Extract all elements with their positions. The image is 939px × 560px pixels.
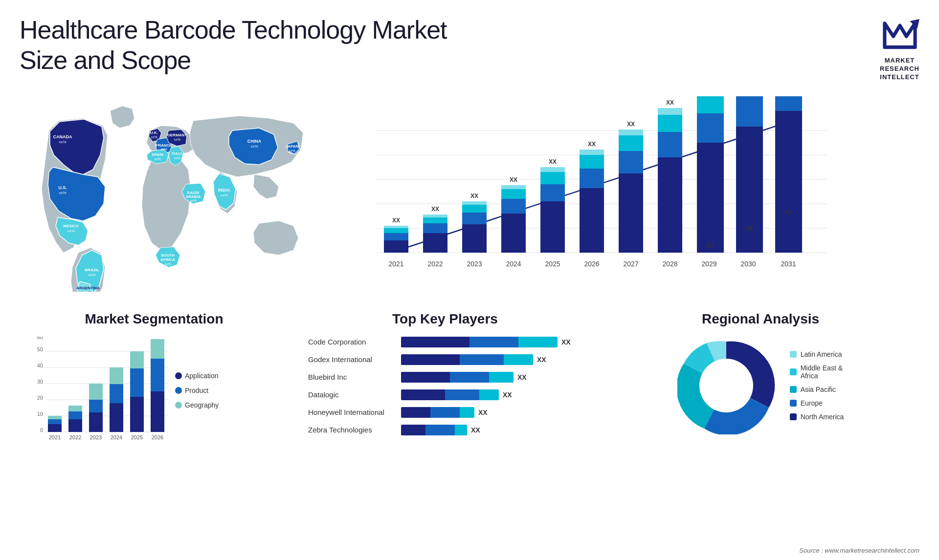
svg-rect-134 <box>151 339 164 359</box>
svg-text:ITALY: ITALY <box>172 151 182 156</box>
svg-rect-130 <box>130 368 144 397</box>
svg-text:MEXICO: MEXICO <box>63 224 79 228</box>
svg-text:2026: 2026 <box>152 434 163 440</box>
player-value: XX <box>503 391 512 399</box>
svg-text:xx%: xx% <box>88 273 95 277</box>
svg-rect-88 <box>775 96 802 111</box>
player-name: Bluebird Inc <box>308 373 396 381</box>
svg-marker-0 <box>884 23 915 47</box>
svg-text:xx%: xx% <box>160 148 167 151</box>
bar-segment-2 <box>450 372 489 383</box>
svg-rect-84 <box>697 96 724 113</box>
svg-rect-74 <box>619 135 643 151</box>
mea-dot <box>790 368 797 375</box>
svg-rect-67 <box>580 188 604 253</box>
svg-rect-86 <box>736 96 763 127</box>
svg-text:XX: XX <box>666 99 674 106</box>
legend-europe: Europe <box>790 399 844 407</box>
svg-rect-73 <box>619 151 643 173</box>
svg-text:2028: 2028 <box>662 260 677 268</box>
svg-rect-129 <box>130 397 144 432</box>
svg-text:xx%: xx% <box>59 191 66 195</box>
svg-text:0: 0 <box>40 427 43 433</box>
legend-mea: Middle East &Africa <box>790 364 844 380</box>
logo-area: MARKETRESEARCHINTELLECT <box>880 15 919 82</box>
player-bar-wrap: XX <box>401 407 582 418</box>
svg-rect-59 <box>501 189 526 199</box>
svg-text:SOUTH: SOUTH <box>161 253 175 258</box>
player-row: Godex International XX <box>308 354 582 365</box>
mea-label: Middle East &Africa <box>801 364 843 380</box>
svg-rect-48 <box>423 223 447 233</box>
player-value: XX <box>471 426 480 434</box>
svg-text:2025: 2025 <box>131 434 143 440</box>
svg-rect-131 <box>130 351 144 368</box>
player-bar <box>401 354 533 365</box>
svg-rect-85 <box>736 127 763 253</box>
svg-rect-58 <box>501 199 526 214</box>
svg-rect-70 <box>580 150 604 155</box>
svg-text:2026: 2026 <box>584 260 599 268</box>
player-bar <box>401 389 499 400</box>
bar-chart: XX XX XX XX XX <box>357 96 836 292</box>
players-title: Top Key Players <box>308 311 582 327</box>
svg-rect-121 <box>68 411 82 419</box>
legend-asia-pacific: Asia Pacific <box>790 386 844 393</box>
svg-rect-82 <box>697 143 724 253</box>
svg-rect-127 <box>110 384 123 403</box>
bar-segment-3 <box>460 407 474 418</box>
svg-rect-80 <box>658 108 682 115</box>
svg-rect-55 <box>462 201 487 205</box>
svg-rect-49 <box>423 217 447 223</box>
svg-rect-117 <box>48 424 62 432</box>
players-list: Code Corporation XX Godex International … <box>308 337 582 435</box>
player-name: Zebra Technologies <box>308 426 396 434</box>
bar-segment-1 <box>401 407 430 418</box>
svg-text:2022: 2022 <box>427 260 443 268</box>
svg-rect-68 <box>580 169 604 188</box>
svg-rect-53 <box>462 213 487 224</box>
players-section: Top Key Players Code Corporation XX Gode… <box>298 311 592 451</box>
player-bar-wrap: XX <box>401 425 582 435</box>
svg-text:CANADA: CANADA <box>53 134 72 139</box>
svg-text:U.S.: U.S. <box>58 185 67 190</box>
svg-text:Application: Application <box>185 372 219 380</box>
svg-rect-64 <box>540 172 565 184</box>
svg-text:XX: XX <box>627 121 635 128</box>
donut-area: Latin America Middle East &Africa Asia P… <box>611 337 910 434</box>
svg-text:XX: XX <box>510 176 517 183</box>
bottom-sections: Market Segmentation 0 10 20 30 40 50 60 <box>20 302 919 451</box>
segmentation-chart: 0 10 20 30 40 50 60 <box>29 337 274 449</box>
svg-text:xx%: xx% <box>84 290 91 292</box>
svg-rect-52 <box>462 224 487 253</box>
europe-label: Europe <box>801 399 823 407</box>
asia-pacific-dot <box>790 386 797 393</box>
segmentation-section: Market Segmentation 0 10 20 30 40 50 60 <box>20 311 289 451</box>
svg-text:60: 60 <box>37 337 43 340</box>
legend-north-america: North America <box>790 413 844 421</box>
main-content: CANADA xx% U.S. xx% MEXICO xx% BRAZIL xx… <box>0 91 939 451</box>
svg-rect-125 <box>89 384 103 400</box>
svg-text:20: 20 <box>37 395 43 401</box>
svg-text:2023: 2023 <box>467 260 482 268</box>
svg-rect-122 <box>68 406 82 411</box>
svg-rect-83 <box>697 113 724 143</box>
page-title: Healthcare Barcode Technology Market Siz… <box>20 15 460 76</box>
svg-text:2024: 2024 <box>506 260 521 268</box>
svg-text:2021: 2021 <box>388 260 403 268</box>
header: Healthcare Barcode Technology Market Siz… <box>0 0 939 91</box>
svg-rect-43 <box>384 233 408 240</box>
svg-text:Geography: Geography <box>185 401 219 409</box>
svg-text:ARGENTINA: ARGENTINA <box>76 286 100 290</box>
svg-text:40: 40 <box>37 363 43 368</box>
player-row: Datalogic XX <box>308 389 582 400</box>
player-row: Bluebird Inc XX <box>308 372 582 383</box>
player-value: XX <box>561 338 571 346</box>
svg-rect-72 <box>619 173 643 253</box>
svg-text:2029: 2029 <box>701 260 716 268</box>
svg-rect-119 <box>48 416 62 419</box>
svg-text:U.K.: U.K. <box>150 130 158 135</box>
svg-text:2031: 2031 <box>781 260 796 268</box>
player-bar-wrap: XX <box>401 372 582 383</box>
player-bar <box>401 407 474 418</box>
